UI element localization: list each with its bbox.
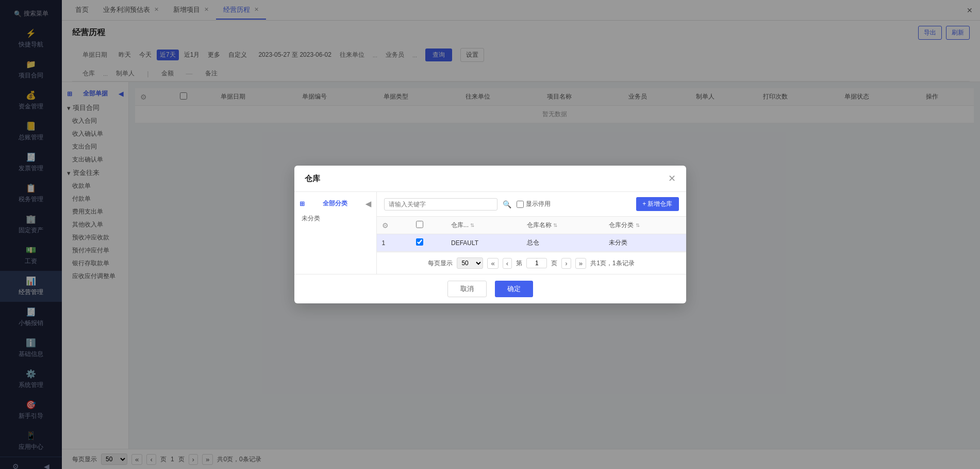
- sort-icon-name[interactable]: ⇅: [553, 222, 557, 228]
- modal-toolbar: 🔍 显示停用 + 新增仓库: [377, 192, 686, 217]
- modal-tree-collapse-icon[interactable]: ◀: [366, 200, 371, 208]
- sort-icon-code[interactable]: ⇅: [470, 222, 474, 228]
- cancel-button[interactable]: 取消: [447, 281, 487, 297]
- modal-page-label: 第: [516, 259, 522, 268]
- modal-body: ⊞ 全部分类 ◀ 未分类 🔍 显示停用 + 新增仓库: [294, 192, 686, 274]
- modal-search-input[interactable]: [384, 198, 497, 211]
- modal-table-row[interactable]: 1 DEFAULT 总仓 未分类: [377, 234, 686, 252]
- modal-tree-item-uncategorized[interactable]: 未分类: [294, 211, 376, 226]
- modal-row-code: DEFAULT: [446, 234, 522, 252]
- modal-row-checkbox-cell[interactable]: [411, 234, 446, 252]
- modal-col-checkbox[interactable]: [411, 217, 446, 234]
- modal-tree-header[interactable]: ⊞ 全部分类 ◀: [294, 196, 376, 211]
- modal-close-button[interactable]: ✕: [668, 173, 676, 184]
- modal-select-all[interactable]: [416, 221, 423, 228]
- modal-right-content: 🔍 显示停用 + 新增仓库 ⚙: [377, 192, 686, 274]
- modal-search-button[interactable]: 🔍: [503, 200, 511, 208]
- modal-col-category: 仓库分类 ⇅: [604, 217, 686, 234]
- modal-pagination: 每页显示 50 100 « ‹ 第 页 › » 共1页，1条记录: [377, 252, 686, 274]
- add-warehouse-button[interactable]: + 新增仓库: [636, 197, 678, 211]
- show-disabled-checkbox[interactable]: [517, 201, 524, 208]
- modal-page-suffix: 页: [551, 259, 557, 268]
- modal-page-input[interactable]: [526, 258, 547, 268]
- modal-table-wrap: ⚙ 仓库... ⇅ 仓库名称 ⇅ 仓库分类 ⇅: [377, 217, 686, 252]
- confirm-button[interactable]: 确定: [495, 281, 533, 297]
- modal-col-name: 仓库名称 ⇅: [522, 217, 604, 234]
- modal-title: 仓库: [305, 174, 320, 184]
- grid-icon-modal: ⊞: [300, 200, 305, 207]
- modal-last-page[interactable]: »: [575, 258, 586, 269]
- modal-header: 仓库 ✕: [294, 166, 686, 192]
- modal-row-index: 1: [377, 234, 411, 252]
- modal-row-checkbox[interactable]: [416, 238, 423, 246]
- modal-col-code: 仓库... ⇅: [446, 217, 522, 234]
- show-disabled-text: 显示停用: [526, 200, 551, 208]
- modal-tree: ⊞ 全部分类 ◀ 未分类: [294, 192, 377, 274]
- modal-tree-header-label: 全部分类: [323, 199, 347, 208]
- show-disabled-label[interactable]: 显示停用: [517, 200, 551, 208]
- modal-next-page[interactable]: ›: [561, 258, 571, 269]
- modal-footer: 取消 确定: [294, 274, 686, 303]
- sort-icon-category[interactable]: ⇅: [636, 222, 640, 228]
- modal-per-page-label: 每页显示: [428, 259, 453, 268]
- modal-total: 共1页，1条记录: [590, 259, 634, 268]
- modal-row-name: 总仓: [522, 234, 604, 252]
- modal-first-page[interactable]: «: [487, 258, 498, 269]
- modal-prev-page[interactable]: ‹: [503, 258, 512, 269]
- modal-per-page-select[interactable]: 50 100: [457, 257, 483, 269]
- modal-col-gear[interactable]: ⚙: [377, 217, 411, 234]
- modal-row-category: 未分类: [604, 234, 686, 252]
- warehouse-modal: 仓库 ✕ ⊞ 全部分类 ◀ 未分类 🔍: [294, 166, 686, 303]
- modal-table: ⚙ 仓库... ⇅ 仓库名称 ⇅ 仓库分类 ⇅: [377, 217, 686, 252]
- modal-gear-icon[interactable]: ⚙: [382, 221, 389, 230]
- modal-overlay: 仓库 ✕ ⊞ 全部分类 ◀ 未分类 🔍: [0, 0, 980, 469]
- modal-table-header-row: ⚙ 仓库... ⇅ 仓库名称 ⇅ 仓库分类 ⇅: [377, 217, 686, 234]
